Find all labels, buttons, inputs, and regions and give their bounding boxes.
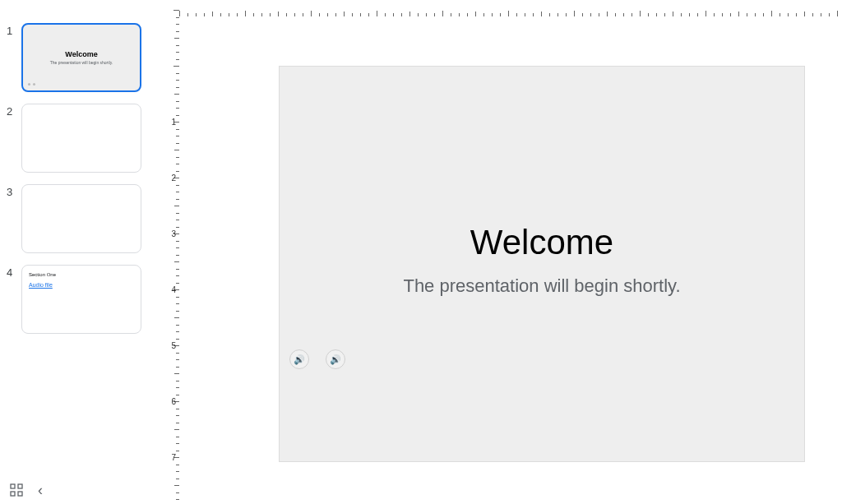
slide-thumbnail-item[interactable]: 2 <box>7 104 141 173</box>
ruler-spacer <box>164 0 179 16</box>
svg-rect-0 <box>11 484 15 488</box>
slide-number: 1 <box>7 23 21 37</box>
thumb-content: Welcome The presentation will begin shor… <box>23 25 140 90</box>
svg-rect-1 <box>18 484 22 488</box>
slide-thumbnail[interactable] <box>21 104 141 173</box>
slide-subtitle[interactable]: The presentation will begin shortly. <box>280 275 804 297</box>
slide-thumbnail-item[interactable]: 1 Welcome The presentation will begin sh… <box>7 23 141 92</box>
speaker-icon[interactable]: 🔊 <box>289 349 309 369</box>
canvas-area[interactable]: Welcome The presentation will begin shor… <box>179 16 842 476</box>
slide-list: 1 Welcome The presentation will begin sh… <box>0 16 148 476</box>
slide-thumbnail[interactable] <box>21 184 141 253</box>
horizontal-ruler-row <box>0 0 842 16</box>
thumb-subtitle: The presentation will begin shortly. <box>50 60 113 65</box>
speaker-icon[interactable]: 🔊 <box>326 349 345 369</box>
main-row: 1 Welcome The presentation will begin sh… <box>0 16 842 476</box>
svg-rect-3 <box>18 492 22 496</box>
slide-panel: 1 Welcome The presentation will begin sh… <box>0 16 148 476</box>
slide-thumbnail-item[interactable]: 3 <box>7 184 141 253</box>
vertical-ruler[interactable]: 1234567 <box>164 16 179 476</box>
speaker-glyph: 🔊 <box>294 354 305 365</box>
svg-rect-2 <box>11 492 15 496</box>
thumb-audio-dots <box>28 83 35 86</box>
app-root: 1 Welcome The presentation will begin sh… <box>0 0 842 504</box>
slide-title[interactable]: Welcome <box>280 223 804 262</box>
slide-thumbnail-item[interactable]: 4 Section One Audio file <box>7 265 141 334</box>
ruler-spacer <box>0 0 164 16</box>
slide-thumbnail[interactable]: Welcome The presentation will begin shor… <box>21 23 141 92</box>
gap <box>148 16 164 476</box>
slide-thumbnail[interactable]: Section One Audio file <box>21 265 141 334</box>
slide-number: 4 <box>7 265 21 279</box>
thumb-link: Audio file <box>29 282 53 288</box>
slide-number: 3 <box>7 184 21 198</box>
thumb-title: Welcome <box>65 50 97 58</box>
thumb-section-label: Section One <box>29 272 56 277</box>
grid-view-icon[interactable] <box>10 483 23 497</box>
vertical-ruler-column: 1234567 <box>164 16 179 476</box>
horizontal-ruler[interactable] <box>179 0 842 16</box>
speaker-glyph: 🔊 <box>330 354 341 365</box>
slide-canvas[interactable]: Welcome The presentation will begin shor… <box>279 66 805 462</box>
slide-number: 2 <box>7 104 21 118</box>
chevron-left-icon[interactable]: ‹ <box>38 482 43 499</box>
footer-bar: ‹ <box>0 476 842 504</box>
